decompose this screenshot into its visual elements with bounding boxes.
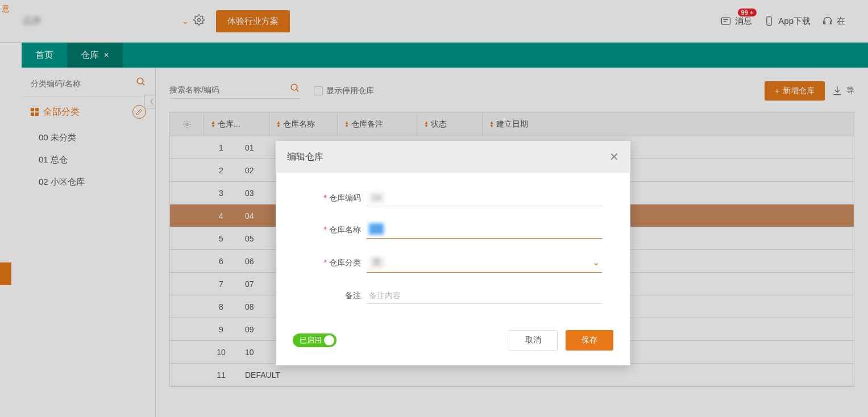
modal-body: *仓库编码 04 *仓库名称 名 *仓库分类 类 ⌄ 备注 bbox=[276, 173, 630, 324]
enabled-toggle[interactable]: 已启用 bbox=[293, 333, 337, 347]
close-icon[interactable]: ✕ bbox=[609, 150, 619, 164]
remark-label: 备注 bbox=[304, 291, 367, 301]
warehouse-category-select[interactable]: 类 ⌄ bbox=[367, 253, 602, 273]
modal-header: 编辑仓库 ✕ bbox=[276, 141, 630, 173]
modal-title: 编辑仓库 bbox=[287, 151, 323, 163]
form-row-category: *仓库分类 类 ⌄ bbox=[304, 253, 602, 273]
name-label: *仓库名称 bbox=[304, 225, 367, 235]
toggle-knob bbox=[324, 335, 334, 345]
warehouse-code-input[interactable]: 04 bbox=[367, 190, 602, 206]
form-row-remark: 备注 bbox=[304, 287, 602, 304]
chevron-down-icon: ⌄ bbox=[592, 257, 600, 268]
toggle-label: 已启用 bbox=[300, 335, 322, 345]
form-row-code: *仓库编码 04 bbox=[304, 190, 602, 206]
cancel-button[interactable]: 取消 bbox=[509, 330, 558, 351]
code-label: *仓库编码 bbox=[304, 193, 367, 203]
save-button[interactable]: 保存 bbox=[566, 330, 613, 351]
category-label: *仓库分类 bbox=[304, 258, 367, 268]
form-row-name: *仓库名称 名 bbox=[304, 221, 602, 239]
modal-footer: 已启用 取消 保存 bbox=[276, 324, 630, 365]
warehouse-name-input[interactable]: 名 bbox=[367, 221, 602, 239]
remark-input[interactable] bbox=[367, 287, 602, 304]
edit-warehouse-modal: 编辑仓库 ✕ *仓库编码 04 *仓库名称 名 *仓库分类 类 ⌄ 备注 已启用 bbox=[276, 141, 630, 365]
